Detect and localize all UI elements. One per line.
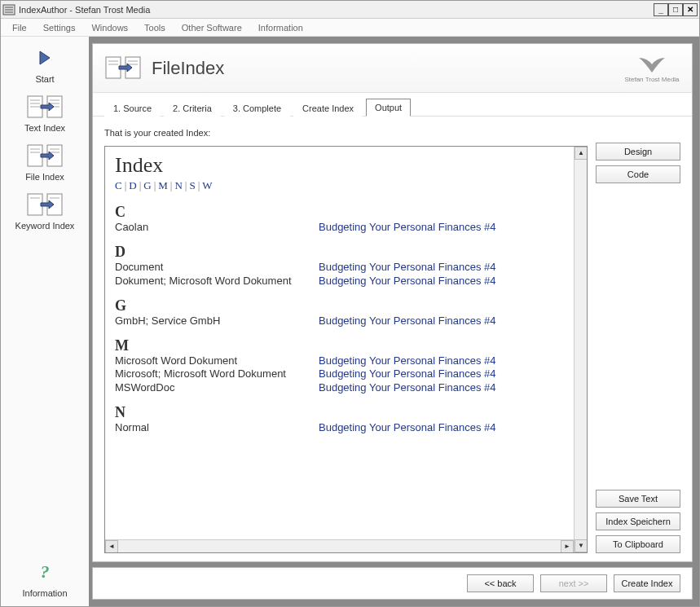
footer: << back next >> Create Index: [92, 567, 693, 600]
entry-term: Microsoft Word Dokument: [115, 354, 319, 367]
brand-text: Stefan Trost Media: [624, 76, 679, 83]
index-entry: Microsoft; Microsoft Word DokumentBudget…: [115, 367, 564, 380]
sidebar-item-label: Keyword Index: [15, 221, 75, 231]
scroll-up-arrow[interactable]: ▲: [575, 147, 587, 160]
section-letter: C: [115, 204, 564, 221]
file-index-icon: [25, 141, 64, 170]
sidebar-item-start[interactable]: Start: [8, 43, 81, 84]
app-icon: [2, 3, 15, 16]
index-entry: Microsoft Word DokumentBudgeting Your Pe…: [115, 354, 564, 367]
menu-information[interactable]: Information: [252, 21, 310, 34]
svg-marker-4: [40, 51, 50, 64]
entry-link[interactable]: Budgeting Your Personal Finances #4: [319, 421, 496, 434]
index-entry: DocumentBudgeting Your Personal Finances…: [115, 261, 564, 274]
tab-output[interactable]: Output: [366, 99, 411, 117]
index-entry: NormalBudgeting Your Personal Finances #…: [115, 421, 564, 434]
sidebar-item-information[interactable]: ? Information: [8, 557, 81, 598]
index-preview: IndexC|D|G|M|N|S|WCCaolanBudgeting Your …: [104, 146, 588, 553]
entry-term: MSWordDoc: [115, 381, 319, 394]
entry-link[interactable]: Budgeting Your Personal Finances #4: [319, 314, 496, 328]
index-entry: CaolanBudgeting Your Personal Finances #…: [115, 221, 564, 234]
design-button[interactable]: Design: [596, 143, 680, 161]
entry-term: Caolan: [115, 221, 319, 234]
entry-link[interactable]: Budgeting Your Personal Finances #4: [319, 354, 496, 367]
section-letter: M: [115, 337, 564, 354]
horizontal-scrollbar[interactable]: ◄ ►: [105, 539, 574, 552]
keyword-index-icon: [25, 190, 64, 219]
section-letter: D: [115, 244, 564, 261]
index-letter-link[interactable]: N: [174, 179, 182, 191]
tab-criteria[interactable]: 2. Criteria: [164, 99, 221, 117]
index-letter-link[interactable]: D: [129, 179, 136, 191]
menu-tools[interactable]: Tools: [138, 21, 172, 34]
index-letter-link[interactable]: S: [189, 179, 195, 191]
close-button[interactable]: ✕: [683, 3, 698, 16]
entry-term: Document: [115, 261, 319, 274]
entry-term: Microsoft; Microsoft Word Dokument: [115, 367, 319, 380]
index-title: Index: [115, 153, 564, 178]
entry-link[interactable]: Budgeting Your Personal Finances #4: [319, 275, 496, 288]
play-icon: [25, 43, 64, 73]
svg-rect-26: [106, 57, 121, 78]
index-letter-link[interactable]: W: [202, 179, 212, 191]
index-entry: MSWordDocBudgeting Your Personal Finance…: [115, 381, 564, 394]
save-text-button[interactable]: Save Text: [596, 490, 680, 508]
entry-term: GmbH; Service GmbH: [115, 314, 319, 328]
entry-term: Dokument; Microsoft Word Dokument: [115, 275, 319, 288]
scroll-left-arrow[interactable]: ◄: [105, 540, 118, 553]
next-button[interactable]: next >>: [540, 574, 607, 592]
panel-header: FileIndex Stefan Trost Media: [93, 44, 692, 93]
entry-link[interactable]: Budgeting Your Personal Finances #4: [319, 381, 496, 394]
create-index-button[interactable]: Create Index: [614, 574, 680, 592]
sidebar-item-keyword-index[interactable]: Keyword Index: [8, 190, 81, 231]
text-index-icon: [25, 92, 64, 121]
sidebar-item-label: Information: [22, 588, 67, 598]
menu-settings[interactable]: Settings: [37, 21, 82, 34]
maximize-button[interactable]: □: [668, 3, 683, 16]
index-letter-link[interactable]: M: [158, 179, 168, 191]
file-index-header-icon: [104, 54, 142, 83]
tabbar: 1. Source 2. Criteria 3. Complete Create…: [93, 93, 692, 117]
brand-logo: Stefan Trost Media: [623, 51, 680, 86]
content-subtitle: That is your created Index:: [104, 128, 588, 138]
index-letter-link[interactable]: C: [115, 179, 122, 191]
scroll-right-arrow[interactable]: ►: [561, 540, 574, 553]
index-letters: C|D|G|M|N|S|W: [115, 179, 564, 192]
panel-title: FileIndex: [152, 58, 614, 79]
menu-windows[interactable]: Windows: [85, 21, 134, 34]
menu-file[interactable]: File: [6, 21, 33, 34]
section-letter: G: [115, 297, 564, 314]
menu-other-software[interactable]: Other Software: [175, 21, 249, 34]
section-letter: N: [115, 404, 564, 421]
window-title: IndexAuthor - Stefan Trost Media: [19, 5, 654, 15]
sidebar: Start Text Index File Index Keyword Inde…: [1, 37, 89, 606]
titlebar: IndexAuthor - Stefan Trost Media _ □ ✕: [1, 1, 699, 19]
index-content[interactable]: IndexC|D|G|M|N|S|WCCaolanBudgeting Your …: [105, 147, 574, 552]
svg-rect-21: [28, 194, 42, 215]
sidebar-item-text-index[interactable]: Text Index: [8, 92, 81, 133]
sidebar-item-label: Text Index: [24, 123, 65, 133]
code-button[interactable]: Code: [596, 165, 680, 183]
tab-complete[interactable]: 3. Complete: [224, 99, 290, 117]
entry-link[interactable]: Budgeting Your Personal Finances #4: [319, 367, 496, 380]
to-clipboard-button[interactable]: To Clipboard: [596, 535, 680, 553]
sidebar-item-file-index[interactable]: File Index: [8, 141, 81, 182]
tab-source[interactable]: 1. Source: [104, 99, 161, 117]
question-icon: ?: [25, 557, 64, 587]
index-letter-link[interactable]: G: [143, 179, 151, 191]
entry-link[interactable]: Budgeting Your Personal Finances #4: [319, 261, 496, 274]
vertical-scrollbar[interactable]: ▲ ▼: [574, 147, 587, 552]
index-speichern-button[interactable]: Index Speichern: [596, 512, 680, 530]
entry-term: Normal: [115, 421, 319, 434]
svg-rect-14: [28, 145, 42, 166]
entry-link[interactable]: Budgeting Your Personal Finances #4: [319, 221, 496, 234]
index-entry: Dokument; Microsoft Word DokumentBudgeti…: [115, 275, 564, 288]
scroll-down-arrow[interactable]: ▼: [575, 539, 587, 552]
sidebar-item-label: File Index: [25, 172, 64, 182]
right-button-column: Design Code Save Text Index Speichern To…: [596, 125, 680, 553]
sidebar-item-label: Start: [35, 74, 54, 84]
back-button[interactable]: << back: [467, 574, 534, 592]
minimize-button[interactable]: _: [654, 3, 668, 16]
tab-create-index[interactable]: Create Index: [293, 99, 363, 117]
index-entry: GmbH; Service GmbHBudgeting Your Persona…: [115, 314, 564, 328]
